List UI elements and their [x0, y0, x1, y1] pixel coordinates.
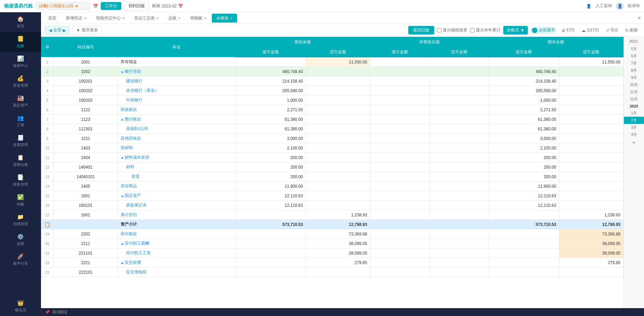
sidebar-item-home[interactable]: 🏠 首页: [0, 12, 41, 32]
calendar-icon[interactable]: 📅: [93, 4, 98, 9]
filter-button[interactable]: ◀ 全部 ▶: [45, 26, 70, 34]
row-num: 7: [41, 115, 54, 124]
row-name[interactable]: 中国银行: [118, 96, 236, 105]
row-code: 1002: [54, 67, 118, 76]
side-month-2[interactable]: 2月: [624, 117, 644, 124]
show-ytd-checkbox[interactable]: [470, 28, 475, 32]
add-period-icon[interactable]: +: [632, 140, 635, 145]
row-name[interactable]: 农业银行（黄金）: [118, 86, 236, 96]
row-name[interactable]: ▲银行存款: [118, 67, 236, 76]
side-month-5[interactable]: 5月: [624, 45, 644, 53]
row-name[interactable]: 壹蛋: [118, 172, 236, 182]
side-month-3[interactable]: 3月: [624, 124, 644, 131]
tab-balance-table[interactable]: 余额表 ✕: [212, 14, 237, 23]
row-name[interactable]: 原材料: [118, 143, 236, 153]
side-month-8[interactable]: 8月: [624, 67, 644, 74]
row-name[interactable]: 应付职工工资: [118, 248, 236, 258]
show-ytd-label[interactable]: 显示本年累计: [470, 27, 501, 33]
cloud-print-button[interactable]: ☁ 云打印: [579, 27, 601, 34]
tab-home[interactable]: 首页: [44, 14, 61, 23]
row-code: 1405: [54, 182, 118, 191]
sidebar-item-invoice[interactable]: 🧾 发票管理: [0, 131, 41, 151]
consult-label[interactable]: 人工咨询: [595, 3, 612, 9]
sidebar-item-settings-label: 设置: [17, 241, 24, 246]
tab-smart-center-close[interactable]: ✕: [122, 16, 125, 20]
tab-detail-ledger[interactable]: 明细账 ✕: [186, 14, 211, 23]
side-month-6[interactable]: 6月: [624, 53, 644, 60]
side-month-11[interactable]: 11月: [624, 88, 644, 96]
sidebar-item-fixed[interactable]: 🏭 固定资产: [0, 91, 41, 111]
expand-more-button[interactable]: ▼ 展开更多: [72, 26, 102, 34]
row-name[interactable]: 建设银行: [118, 76, 236, 86]
tab-ledger-main[interactable]: 总账 ✕: [164, 14, 185, 23]
tab-detail-ledger-close[interactable]: ✕: [204, 16, 207, 20]
side-month-10[interactable]: 10月: [624, 81, 644, 88]
switch-version-button[interactable]: 切到旧版: [124, 2, 149, 10]
tab-voucher-summary[interactable]: 凭证汇总表 ✕: [130, 14, 163, 23]
row-name[interactable]: 应交增值税: [118, 268, 236, 277]
panel-toggle[interactable]: ◀: [624, 166, 624, 179]
row-name[interactable]: 材料: [118, 162, 236, 172]
workbench-button[interactable]: 工作台: [101, 2, 121, 10]
row-name[interactable]: ▲预付账款: [118, 115, 236, 124]
row-num: 3: [41, 76, 54, 86]
ledger-icon: 📒: [17, 35, 24, 42]
export-button[interactable]: ↗ 导出: [604, 27, 620, 34]
tab-new-voucher-close[interactable]: ✕: [84, 16, 86, 20]
amount-cell: 11,900.00: [235, 182, 306, 191]
amount-cell: [306, 182, 370, 191]
side-month-9[interactable]: 9月: [624, 74, 644, 81]
amount-cell: [559, 96, 623, 105]
unpin-button[interactable]: 取消固定: [53, 310, 68, 315]
row-code: 1403: [54, 143, 118, 153]
side-month-4[interactable]: 4月: [624, 131, 644, 138]
sidebar-item-purchase[interactable]: 📋 进销台账: [0, 151, 41, 171]
row-name[interactable]: 其他应收款: [118, 134, 236, 143]
row-code: 100201: [54, 76, 118, 86]
sidebar-item-member[interactable]: 👑 畅会员: [0, 296, 41, 316]
tab-ledger-main-close[interactable]: ✕: [178, 16, 181, 20]
show-auxiliary-checkbox[interactable]: [437, 28, 441, 32]
tab-voucher-summary-close[interactable]: ✕: [156, 16, 159, 20]
sidebar-item-settings[interactable]: ⚙️ 设置: [0, 230, 41, 250]
sidebar-item-archive[interactable]: 📁 归档管理: [0, 210, 41, 230]
row-name[interactable]: ▲应付职工薪酬: [118, 239, 236, 248]
row-name[interactable]: 应收账款: [118, 105, 236, 115]
row-name[interactable]: 累计折旧: [118, 210, 236, 220]
show-auxiliary-label[interactable]: 显示辅助核算: [437, 27, 467, 33]
sidebar-item-guide[interactable]: 🚀 新手引导: [0, 250, 41, 270]
side-month-7[interactable]: 7月: [624, 60, 644, 67]
format-button[interactable]: 全账式 ▼: [503, 26, 528, 34]
company-selector[interactable]: (勿删) 江西股宝-LSS ▼: [36, 2, 90, 10]
back-old-version-button[interactable]: 返回旧版: [408, 26, 434, 34]
row-name[interactable]: 应付账款: [118, 229, 236, 239]
sidebar-item-settlement[interactable]: ✅ 结账: [0, 190, 41, 210]
row-name[interactable]: ▲应交税费: [118, 258, 236, 268]
filter-icon: ◀: [49, 28, 52, 33]
refresh-button[interactable]: ↻ 刷新: [623, 27, 640, 34]
row-name[interactable]: ▲材料成本差异: [118, 153, 236, 162]
sidebar-item-reports[interactable]: 📊 报表中心: [0, 52, 41, 72]
tab-smart-center[interactable]: 智能凭证中心 ✕: [92, 14, 129, 23]
sidebar-item-tax[interactable]: 📑 税务管理: [0, 171, 41, 190]
side-month-12[interactable]: 12月: [624, 96, 644, 103]
table-row: 8112301喜屋EU公司61,380.0061,380.00: [41, 124, 624, 134]
amount-cell: [370, 86, 429, 96]
row-name[interactable]: 辟提累记本: [118, 201, 236, 210]
user-name[interactable]: 徐泽华: [628, 3, 640, 9]
row-name[interactable]: 库存商品: [118, 182, 236, 191]
tab-balance-table-close[interactable]: ✕: [230, 16, 233, 20]
sidebar-item-assets[interactable]: 💰 资金管理: [0, 72, 41, 91]
expand-all-toggle[interactable]: 全部展开: [531, 27, 557, 34]
tab-new-voucher[interactable]: 新增凭证 ✕: [61, 14, 91, 23]
row-name[interactable]: 喜屋EU公司: [118, 124, 236, 134]
side-month-1[interactable]: 1月: [624, 110, 644, 117]
side-panel-plus[interactable]: +: [624, 140, 644, 146]
close-all-icon[interactable]: ✕: [637, 15, 641, 21]
period-calendar-icon[interactable]: 📅: [178, 4, 183, 9]
guide-icon: 🚀: [17, 253, 24, 260]
sidebar-item-ledger[interactable]: 📒 总账: [0, 32, 41, 52]
sidebar-item-hr[interactable]: 👥 工资: [0, 111, 41, 131]
row-name[interactable]: ▲固定资产: [118, 191, 236, 201]
print-button[interactable]: 🖨 打印: [559, 27, 577, 34]
